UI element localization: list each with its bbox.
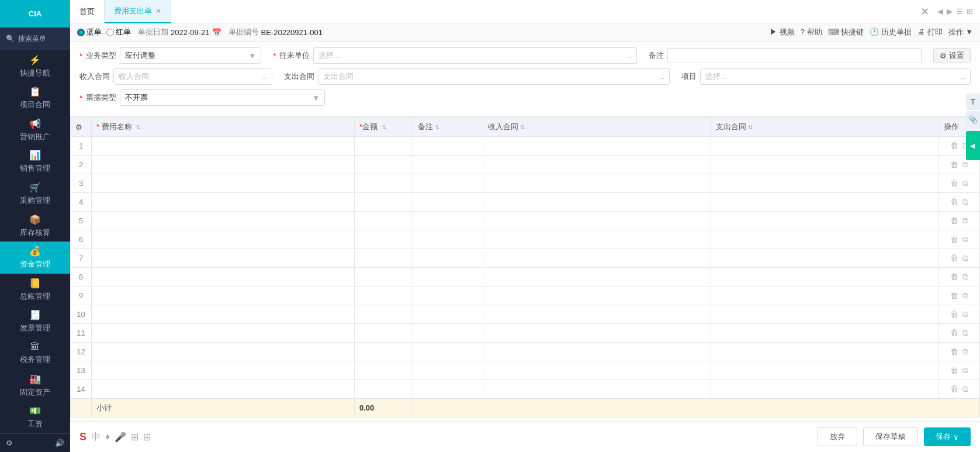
copy-icon[interactable]: ⧉ xyxy=(962,272,968,281)
delete-icon[interactable]: 🗑 xyxy=(950,328,958,337)
shortcut-btn[interactable]: ⌨ 快捷键 xyxy=(828,27,864,37)
copy-icon[interactable]: ⧉ xyxy=(962,384,968,394)
sidebar-item-procurement[interactable]: 🛒 采购管理 xyxy=(0,178,70,210)
counterparty-input[interactable]: 选择... ... xyxy=(313,47,637,64)
delete-icon[interactable]: 🗑 xyxy=(950,141,958,150)
amount-cell[interactable] xyxy=(355,287,413,305)
tab-expense-close[interactable]: ✕ xyxy=(155,7,161,15)
expense-contract-cell[interactable] xyxy=(711,343,939,361)
amount-cell[interactable] xyxy=(355,343,413,361)
expense-contract-cell[interactable] xyxy=(711,249,939,268)
remark-cell[interactable] xyxy=(413,305,483,324)
tab-next-icon[interactable]: ▶ xyxy=(947,7,953,16)
save-button[interactable]: 保存 ∨ xyxy=(924,427,971,446)
amount-cell[interactable] xyxy=(355,230,413,249)
copy-icon[interactable]: ⧉ xyxy=(962,328,968,337)
expense-name-cell[interactable] xyxy=(92,324,355,343)
delete-icon[interactable]: 🗑 xyxy=(950,365,958,375)
remark-input[interactable] xyxy=(667,48,922,63)
expense-contract-cell[interactable] xyxy=(711,212,939,230)
expense-name-cell[interactable] xyxy=(92,287,355,305)
text-tool-btn[interactable]: T xyxy=(966,94,980,110)
income-contract-cell[interactable] xyxy=(483,343,711,361)
amount-cell[interactable] xyxy=(355,212,413,230)
expense-contract-cell[interactable] xyxy=(711,268,939,287)
paperclip-btn[interactable]: 📎 xyxy=(966,111,980,127)
income-contract-cell[interactable] xyxy=(483,174,711,193)
delete-icon[interactable]: 🗑 xyxy=(950,272,958,281)
col-amount[interactable]: *金额 xyxy=(355,118,413,137)
copy-icon[interactable]: ⧉ xyxy=(962,160,968,169)
sidebar-search[interactable]: 🔍 搜索菜单 xyxy=(0,27,70,50)
amount-cell[interactable] xyxy=(355,137,413,156)
income-contract-cell[interactable] xyxy=(483,156,711,174)
income-contract-cell[interactable] xyxy=(483,305,711,324)
expense-name-cell[interactable] xyxy=(92,305,355,324)
expense-name-cell[interactable] xyxy=(92,212,355,230)
green-tab-btn[interactable]: ◀ xyxy=(966,131,980,160)
delete-icon[interactable]: 🗑 xyxy=(950,253,958,263)
expense-name-cell[interactable] xyxy=(92,174,355,193)
remark-cell[interactable] xyxy=(413,137,483,156)
sidebar-item-sales[interactable]: 📊 销售管理 xyxy=(0,146,70,178)
expense-name-cell[interactable] xyxy=(92,156,355,174)
remark-cell[interactable] xyxy=(413,343,483,361)
copy-icon[interactable]: ⧉ xyxy=(962,309,968,319)
sidebar-item-fund[interactable]: 💰 资金管理 xyxy=(0,241,70,274)
copy-icon[interactable]: ⧉ xyxy=(962,365,968,375)
income-contract-cell[interactable] xyxy=(483,137,711,156)
expense-contract-cell[interactable] xyxy=(711,156,939,174)
remark-cell[interactable] xyxy=(413,212,483,230)
delete-icon[interactable]: 🗑 xyxy=(950,160,958,169)
amount-cell[interactable] xyxy=(355,268,413,287)
volume-icon[interactable]: 🔊 xyxy=(55,439,64,447)
sidebar-item-ledger[interactable]: 📒 总账管理 xyxy=(0,274,70,306)
expense-contract-cell[interactable] xyxy=(711,287,939,305)
radio-blue-input[interactable] xyxy=(77,29,85,36)
settings-button[interactable]: ⚙ 设置 xyxy=(933,48,971,63)
delete-icon[interactable]: 🗑 xyxy=(950,197,958,206)
tab-list-icon[interactable]: ☰ xyxy=(956,7,963,16)
expense-name-cell[interactable] xyxy=(92,249,355,268)
income-contract-cell[interactable] xyxy=(483,230,711,249)
amount-cell[interactable] xyxy=(355,249,413,268)
col-gear[interactable]: ⚙ xyxy=(71,118,92,137)
expense-contract-cell[interactable] xyxy=(711,305,939,324)
sidebar-item-tax[interactable]: 🏛 税务管理 xyxy=(0,337,70,370)
col-expense-contract[interactable]: 支出合同 xyxy=(711,118,939,137)
grid-icon[interactable]: ⊞ xyxy=(131,432,138,443)
remark-cell[interactable] xyxy=(413,268,483,287)
history-btn[interactable]: 🕐 历史单据 xyxy=(870,27,912,37)
expense-contract-cell[interactable] xyxy=(711,174,939,193)
remark-cell[interactable] xyxy=(413,324,483,343)
expense-contract-cell[interactable] xyxy=(711,324,939,343)
remark-cell[interactable] xyxy=(413,249,483,268)
tab-grid-icon[interactable]: ⊞ xyxy=(967,7,973,16)
amount-cell[interactable] xyxy=(355,324,413,343)
delete-icon[interactable]: 🗑 xyxy=(950,384,958,394)
copy-icon[interactable]: ⧉ xyxy=(962,291,968,300)
operation-btn[interactable]: 操作 ▼ xyxy=(948,27,973,37)
discard-button[interactable]: 放弃 xyxy=(818,427,857,446)
expense-contract-cell[interactable] xyxy=(711,137,939,156)
expense-name-cell[interactable] xyxy=(92,268,355,287)
sidebar-item-payroll[interactable]: 💵 工资 xyxy=(0,401,70,433)
income-contract-cell[interactable] xyxy=(483,361,711,380)
expense-contract-cell[interactable] xyxy=(711,380,939,399)
income-contract-cell[interactable] xyxy=(483,287,711,305)
copy-icon[interactable]: ⧉ xyxy=(962,253,968,263)
remark-cell[interactable] xyxy=(413,193,483,212)
copy-icon[interactable]: ⧉ xyxy=(962,197,968,206)
expense-contract-cell[interactable] xyxy=(711,361,939,380)
expense-name-cell[interactable] xyxy=(92,343,355,361)
sidebar-item-project-contract[interactable]: 📋 项目合同 xyxy=(0,82,70,114)
remark-cell[interactable] xyxy=(413,156,483,174)
income-contract-cell[interactable] xyxy=(483,324,711,343)
remark-cell[interactable] xyxy=(413,380,483,399)
invoice-type-input[interactable]: 不开票 ▼ xyxy=(120,89,325,106)
sidebar-item-quick-nav[interactable]: ⚡ 快捷导航 xyxy=(0,50,70,82)
col-expense-name[interactable]: * 费用名称 xyxy=(92,118,355,137)
expense-name-cell[interactable] xyxy=(92,361,355,380)
radio-red-input[interactable] xyxy=(106,29,114,36)
video-btn[interactable]: ▶ 视频 xyxy=(770,27,795,37)
